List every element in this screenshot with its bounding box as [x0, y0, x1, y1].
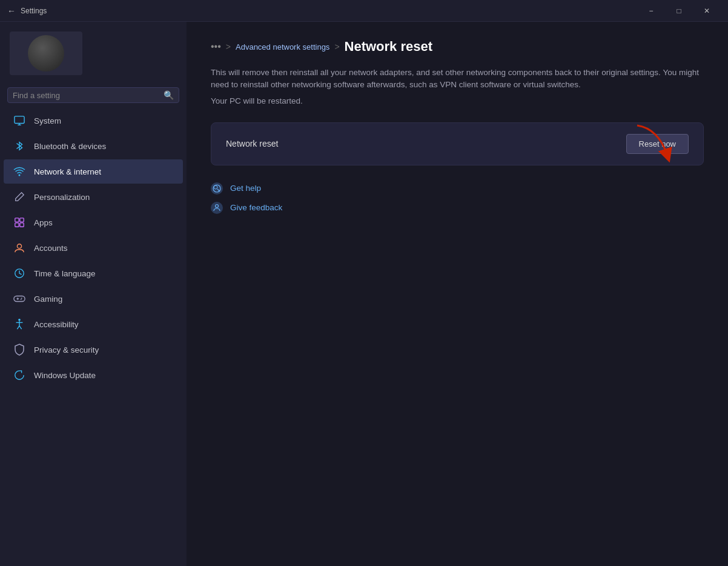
- close-button[interactable]: ✕: [693, 0, 721, 22]
- search-icon: 🔍: [164, 90, 174, 100]
- sidebar-item-time[interactable]: Time & language: [4, 261, 183, 285]
- titlebar: ← Settings − □ ✕: [0, 0, 728, 22]
- svg-point-3: [19, 175, 21, 176]
- svg-rect-5: [20, 218, 24, 222]
- maximize-button[interactable]: □: [665, 0, 693, 22]
- network-reset-card: Network reset Reset now: [211, 122, 704, 165]
- sidebar-item-system[interactable]: System: [4, 108, 183, 133]
- accessibility-icon: [13, 318, 25, 330]
- give-feedback-label: Give feedback: [230, 203, 282, 212]
- sidebar-item-label: System: [34, 116, 61, 125]
- sidebar-item-personalization[interactable]: Personalization: [4, 185, 183, 209]
- give-feedback-icon: [211, 202, 223, 214]
- sidebar-item-network[interactable]: Network & internet: [4, 159, 183, 184]
- svg-point-14: [21, 299, 22, 300]
- sidebar-item-label: Windows Update: [34, 371, 96, 380]
- reset-card-label: Network reset: [226, 139, 278, 148]
- get-help-link[interactable]: Get help: [211, 182, 704, 195]
- sidebar-item-label: Accessibility: [34, 320, 79, 329]
- avatar-area: [10, 32, 82, 75]
- svg-point-8: [17, 244, 21, 248]
- update-icon: [13, 369, 25, 381]
- search-box[interactable]: 🔍: [7, 87, 179, 103]
- sidebar-item-label: Time & language: [34, 269, 96, 278]
- main-content: ••• > Advanced network settings > Networ…: [187, 22, 728, 566]
- system-icon: [13, 115, 25, 127]
- sidebar-item-label: Personalization: [34, 193, 90, 202]
- reset-now-button[interactable]: Reset now: [626, 134, 689, 154]
- sidebar-item-gaming[interactable]: Gaming: [4, 287, 183, 311]
- svg-point-22: [214, 185, 217, 189]
- app-container: 🔍 System Bluetooth & devices: [0, 22, 728, 566]
- svg-point-24: [216, 204, 219, 207]
- accounts-icon: [13, 242, 25, 254]
- breadcrumb-ellipsis: •••: [211, 41, 221, 52]
- sidebar: 🔍 System Bluetooth & devices: [0, 22, 187, 566]
- minimize-button[interactable]: −: [637, 0, 665, 22]
- sidebar-item-label: Accounts: [34, 244, 68, 253]
- privacy-icon: [13, 344, 25, 356]
- sidebar-item-update[interactable]: Windows Update: [4, 363, 183, 387]
- svg-line-18: [17, 326, 19, 329]
- breadcrumb-sep2: >: [334, 42, 339, 52]
- search-input[interactable]: [13, 91, 159, 100]
- apps-icon: [13, 216, 25, 228]
- sidebar-item-label: Gaming: [34, 295, 62, 304]
- bluetooth-icon: [13, 140, 25, 152]
- svg-point-13: [21, 298, 22, 299]
- sidebar-item-label: Network & internet: [34, 167, 101, 176]
- svg-rect-0: [15, 116, 24, 124]
- avatar: [28, 35, 64, 72]
- reset-section: Network reset Reset now: [211, 122, 704, 165]
- window-controls: − □ ✕: [637, 0, 721, 22]
- gaming-icon: [13, 293, 25, 305]
- breadcrumb: ••• > Advanced network settings > Networ…: [211, 39, 704, 55]
- breadcrumb-sep1: >: [226, 42, 231, 52]
- personalization-icon: [13, 191, 25, 203]
- get-help-icon: [211, 182, 223, 195]
- sidebar-item-label: Bluetooth & devices: [34, 142, 106, 151]
- give-feedback-link[interactable]: Give feedback: [211, 202, 704, 214]
- svg-rect-4: [15, 218, 19, 222]
- svg-rect-7: [20, 223, 24, 227]
- svg-line-19: [19, 326, 22, 329]
- sidebar-item-accessibility[interactable]: Accessibility: [4, 312, 183, 336]
- breadcrumb-current: Network reset: [345, 39, 433, 55]
- svg-line-23: [217, 189, 220, 191]
- sidebar-item-label: Privacy & security: [34, 345, 99, 355]
- help-section: Get help Give feedback: [211, 182, 704, 214]
- get-help-label: Get help: [230, 184, 261, 193]
- sidebar-item-accounts[interactable]: Accounts: [4, 236, 183, 260]
- sidebar-item-label: Apps: [34, 218, 53, 227]
- svg-rect-10: [14, 296, 25, 301]
- restart-note: Your PC will be restarted.: [211, 96, 704, 105]
- sidebar-item-bluetooth[interactable]: Bluetooth & devices: [4, 134, 183, 158]
- app-title: Settings: [21, 7, 632, 15]
- description-text: This will remove then reinstall all your…: [211, 67, 704, 92]
- sidebar-item-apps[interactable]: Apps: [4, 210, 183, 235]
- svg-point-15: [18, 319, 21, 321]
- back-icon[interactable]: ←: [7, 6, 16, 16]
- time-icon: [13, 267, 25, 279]
- breadcrumb-parent-link[interactable]: Advanced network settings: [236, 42, 329, 52]
- svg-rect-6: [15, 223, 19, 227]
- network-icon: [13, 165, 25, 178]
- sidebar-item-privacy[interactable]: Privacy & security: [4, 338, 183, 362]
